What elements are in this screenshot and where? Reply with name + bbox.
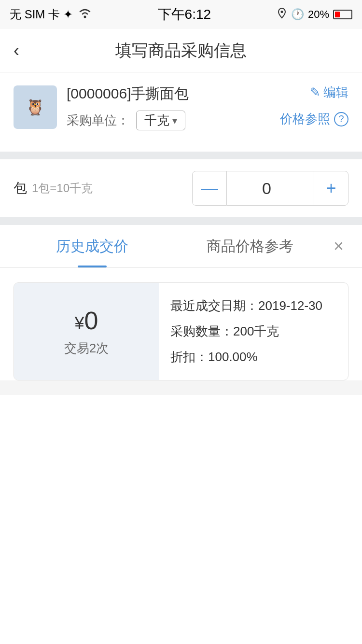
price-value: 0: [84, 307, 98, 335]
tab-history-price[interactable]: 历史成交价: [14, 225, 171, 267]
tabs-close-button[interactable]: ×: [329, 236, 348, 256]
history-card: ¥0 交易2次 最近成交日期：2019-12-30 采购数量：200千克 折扣：…: [14, 282, 348, 380]
back-button[interactable]: ‹: [14, 41, 19, 61]
history-price-section: ¥0 交易2次: [14, 283, 159, 380]
history-trades: 交易2次: [64, 340, 109, 357]
history-price-display: ¥0: [75, 306, 98, 335]
discount-label: 折扣：: [170, 350, 208, 364]
history-qty-row: 采购数量：200千克: [170, 323, 336, 340]
battery-icon: [333, 10, 352, 19]
bottom-content: [0, 395, 362, 644]
status-right: 🕐 20%: [277, 7, 352, 22]
product-left: 🦉 [0000006]手撕面包 采购单位： 千克 ▾: [14, 84, 189, 130]
history-date-row: 最近成交日期：2019-12-30: [170, 297, 336, 314]
price-ref-label: 价格参照: [280, 111, 330, 127]
quantity-minus-button[interactable]: —: [192, 171, 227, 206]
status-left: 无 SIM 卡 ✦: [10, 7, 92, 22]
product-card: 🦉 [0000006]手撕面包 采购单位： 千克 ▾ ✎ 编辑 价格参照: [0, 72, 362, 152]
price-ref-button[interactable]: 价格参照 ?: [280, 111, 348, 127]
qty-detail-value: 200千克: [233, 324, 279, 338]
section-divider: [0, 152, 362, 159]
product-info: [0000006]手撕面包 采购单位： 千克 ▾: [67, 84, 189, 130]
currency-symbol: ¥: [75, 313, 84, 333]
product-thumb-icon: 🦉: [26, 98, 45, 116]
unit-label: 采购单位：: [67, 112, 129, 129]
date-value: 2019-12-30: [258, 298, 322, 313]
history-details: 最近成交日期：2019-12-30 采购数量：200千克 折扣：100.00%: [159, 283, 348, 380]
section-divider-2: [0, 217, 362, 225]
nav-bar: ‹ 填写商品采购信息: [0, 29, 362, 72]
product-unit-row: 采购单位： 千克 ▾: [67, 111, 189, 130]
tabs-header: 历史成交价 商品价格参考 ×: [0, 225, 362, 268]
edit-icon: ✎: [310, 85, 320, 100]
battery-percent: 20%: [308, 8, 329, 21]
unit-value: 千克: [144, 112, 169, 129]
qty-unit: 包: [14, 179, 27, 197]
quantity-plus-button[interactable]: +: [314, 171, 348, 206]
discount-value: 100.00%: [208, 350, 258, 364]
svg-point-1: [280, 11, 283, 13]
product-name: [0000006]手撕面包: [67, 84, 189, 104]
qty-conversion: 1包=10千克: [32, 181, 93, 196]
tab-price-ref-label: 商品价格参考: [207, 237, 293, 256]
status-bar: 无 SIM 卡 ✦ 下午6:12 🕐 20%: [0, 0, 362, 29]
quantity-row: 包 1包=10千克 — +: [0, 159, 362, 217]
product-actions: ✎ 编辑 价格参照 ?: [280, 84, 348, 127]
product-header: 🦉 [0000006]手撕面包 采购单位： 千克 ▾ ✎ 编辑 价格参照: [14, 84, 348, 130]
unit-badge[interactable]: 千克 ▾: [136, 111, 185, 130]
tab-history-label: 历史成交价: [56, 237, 128, 256]
sim-text: 无 SIM 卡 ✦: [10, 7, 73, 22]
question-icon: ?: [334, 112, 348, 126]
product-thumbnail: 🦉: [14, 85, 57, 129]
page-title: 填写商品采购信息: [115, 40, 247, 62]
edit-label: 编辑: [323, 84, 348, 101]
tabs-section: 历史成交价 商品价格参考 × ¥0 交易2次 最近成交日期：2019-12-30…: [0, 225, 362, 380]
quantity-input[interactable]: [227, 171, 314, 206]
quantity-controls: — +: [192, 171, 348, 206]
qty-detail-label: 采购数量：: [170, 324, 233, 338]
status-time: 下午6:12: [158, 5, 211, 24]
location-icon: [277, 7, 287, 22]
edit-button[interactable]: ✎ 编辑: [310, 84, 348, 101]
wifi-icon: [78, 8, 92, 21]
svg-point-0: [84, 16, 86, 18]
alarm-icon: 🕐: [291, 8, 304, 21]
date-label: 最近成交日期：: [170, 298, 258, 313]
tab-price-ref[interactable]: 商品价格参考: [171, 225, 328, 267]
history-discount-row: 折扣：100.00%: [170, 349, 336, 365]
quantity-label: 包 1包=10千克: [14, 179, 93, 197]
unit-dropdown-arrow: ▾: [172, 115, 177, 126]
